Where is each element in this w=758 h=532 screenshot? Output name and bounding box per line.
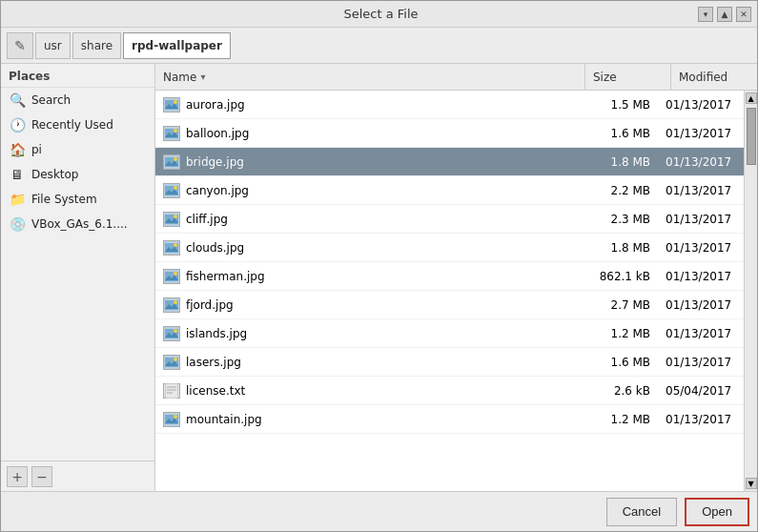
file-size-cell: 1.6 MB [572, 127, 658, 140]
file-thumbnail [163, 412, 180, 427]
file-thumbnail [163, 355, 180, 370]
file-name-cell: islands.jpg [155, 326, 572, 341]
sidebar-item-search[interactable]: 🔍Search [1, 88, 154, 113]
left-panel: Places 🔍Search🕐Recently Used🏠pi🖥Desktop📁… [1, 64, 155, 491]
column-size[interactable]: Size [585, 64, 671, 90]
scrollbar-up-button[interactable]: ▲ [746, 92, 757, 104]
file-size-cell: 2.6 kB [572, 384, 658, 398]
column-modified[interactable]: Modified [671, 64, 757, 90]
file-size-cell: 2.3 MB [572, 213, 658, 226]
breadcrumb-item-share[interactable]: share [72, 32, 121, 59]
place-icon: 🕐 [9, 117, 26, 133]
file-size-cell: 1.5 MB [572, 98, 658, 112]
file-modified-cell: 01/13/2017 [658, 127, 744, 140]
right-panel: Name ▾ Size Modified aurora.jpg1.5 MB01/… [155, 64, 757, 491]
scrollbar-thumb[interactable] [747, 108, 756, 165]
sidebar-item-recently-used[interactable]: 🕐Recently Used [1, 113, 154, 137]
file-thumbnail [163, 240, 180, 256]
svg-point-39 [174, 358, 177, 361]
file-list: aurora.jpg1.5 MB01/13/2017balloon.jpg1.6… [155, 91, 744, 491]
sidebar-item-pi[interactable]: 🏠pi [1, 137, 154, 162]
places-list: 🔍Search🕐Recently Used🏠pi🖥Desktop📁File Sy… [1, 88, 154, 460]
place-icon: 💿 [9, 216, 26, 232]
file-name-cell: clouds.jpg [155, 240, 572, 256]
sidebar-item-file-system[interactable]: 📁File System [1, 187, 154, 212]
file-modified-cell: 01/13/2017 [658, 213, 744, 226]
file-modified-cell: 01/13/2017 [658, 184, 744, 197]
scrollbar[interactable]: ▲ ▼ [744, 91, 757, 491]
file-name-cell: cliff.jpg [155, 212, 572, 227]
edit-icon-button[interactable]: ✎ [7, 32, 33, 59]
dropdown-button[interactable]: ▾ [698, 7, 713, 22]
file-thumbnail [163, 126, 180, 141]
file-name-cell: mountain.jpg [155, 412, 572, 427]
sidebar-item-vbox-gas-6-1----[interactable]: 💿VBox_GAs_6.1.... [1, 212, 154, 236]
svg-point-19 [174, 215, 177, 218]
file-name-text: bridge.jpg [186, 155, 244, 169]
file-list-header: Name ▾ Size Modified [155, 64, 757, 91]
file-name-text: cliff.jpg [186, 213, 228, 226]
file-modified-cell: 01/13/2017 [658, 356, 744, 369]
breadcrumb-item-rpd-wallpaper[interactable]: rpd-wallpaper [123, 32, 231, 59]
sort-arrow-icon: ▾ [200, 72, 205, 82]
table-row[interactable]: license.txt2.6 kB05/04/2017 [155, 377, 744, 405]
open-button[interactable]: Open [685, 498, 749, 526]
bottom-bar: Cancel Open [1, 491, 757, 531]
table-row[interactable]: lasers.jpg1.6 MB01/13/2017 [155, 348, 744, 377]
svg-point-3 [174, 100, 177, 104]
file-size-cell: 1.2 MB [572, 413, 658, 426]
table-row[interactable]: islands.jpg1.2 MB01/13/2017 [155, 319, 744, 348]
file-size-cell: 1.2 MB [572, 327, 658, 340]
sidebar-item-desktop[interactable]: 🖥Desktop [1, 162, 154, 187]
table-row[interactable]: balloon.jpg1.6 MB01/13/2017 [155, 119, 744, 148]
file-size-cell: 2.7 MB [572, 298, 658, 312]
file-name-text: balloon.jpg [186, 127, 249, 140]
scrollbar-down-button[interactable]: ▼ [746, 478, 757, 489]
dialog: Select a File ▾ ▲ ✕ ✎ usrsharerpd-wallpa… [0, 0, 758, 532]
svg-point-11 [174, 157, 177, 161]
place-label: Desktop [31, 168, 79, 181]
svg-point-23 [174, 243, 177, 247]
place-label: VBox_GAs_6.1.... [31, 217, 128, 231]
svg-point-35 [174, 329, 177, 333]
svg-point-7 [174, 129, 177, 133]
place-icon: 📁 [9, 192, 26, 207]
file-name-text: islands.jpg [186, 327, 247, 340]
breadcrumb-item-usr[interactable]: usr [35, 32, 71, 59]
file-modified-cell: 01/13/2017 [658, 98, 744, 112]
file-size-cell: 1.8 MB [572, 241, 658, 255]
file-thumbnail [163, 97, 180, 113]
file-modified-cell: 01/13/2017 [658, 327, 744, 340]
table-row[interactable]: canyon.jpg2.2 MB01/13/2017 [155, 176, 744, 205]
table-row[interactable]: fisherman.jpg862.1 kB01/13/2017 [155, 262, 744, 291]
file-size-cell: 2.2 MB [572, 184, 658, 197]
file-name-cell: balloon.jpg [155, 126, 572, 141]
file-name-text: fisherman.jpg [186, 270, 265, 283]
place-label: pi [31, 143, 42, 156]
file-name-text: clouds.jpg [186, 241, 244, 255]
svg-point-31 [174, 300, 177, 304]
svg-point-47 [174, 415, 177, 419]
table-row[interactable]: mountain.jpg1.2 MB01/13/2017 [155, 405, 744, 434]
minimize-button[interactable]: ▲ [717, 7, 732, 22]
close-button[interactable]: ✕ [736, 7, 751, 22]
table-row[interactable]: clouds.jpg1.8 MB01/13/2017 [155, 234, 744, 262]
file-thumbnail [163, 183, 180, 198]
table-row[interactable]: bridge.jpg1.8 MB01/13/2017 [155, 148, 744, 176]
column-name[interactable]: Name ▾ [155, 64, 585, 90]
places-header: Places [1, 64, 154, 88]
table-row[interactable]: fjord.jpg2.7 MB01/13/2017 [155, 291, 744, 319]
file-name-cell: bridge.jpg [155, 154, 572, 170]
table-row[interactable]: aurora.jpg1.5 MB01/13/2017 [155, 91, 744, 119]
dialog-title: Select a File [64, 7, 698, 21]
remove-place-button[interactable]: − [31, 466, 52, 487]
table-row[interactable]: cliff.jpg2.3 MB01/13/2017 [155, 205, 744, 234]
svg-point-27 [174, 272, 177, 276]
place-icon: 🏠 [9, 142, 26, 157]
file-name-text: fjord.jpg [186, 298, 234, 312]
file-size-cell: 1.6 MB [572, 356, 658, 369]
cancel-button[interactable]: Cancel [606, 498, 677, 526]
add-place-button[interactable]: + [7, 466, 28, 487]
file-name-cell: fjord.jpg [155, 297, 572, 313]
file-name-cell: lasers.jpg [155, 355, 572, 370]
